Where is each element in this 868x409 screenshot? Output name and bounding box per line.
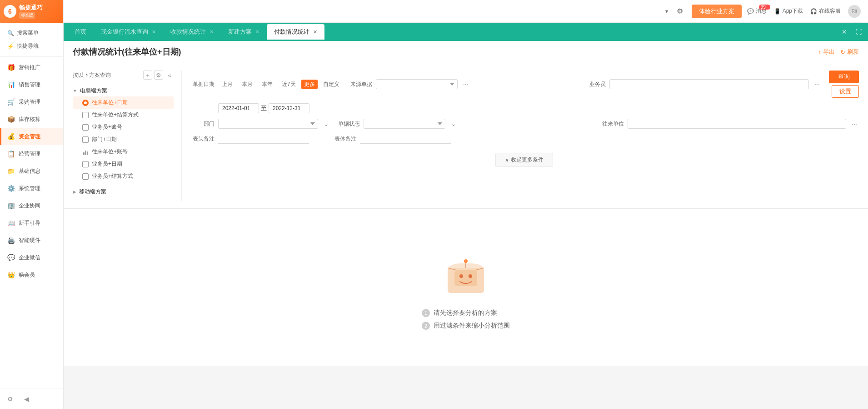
scheme-item-partner-settle[interactable]: 往来单位+结算方式	[73, 109, 174, 121]
service-icon: 🎧	[810, 8, 817, 15]
date-btn-custom[interactable]: 自定义	[319, 80, 343, 89]
sidebar-item-system[interactable]: ⚙️ 系统管理	[0, 180, 63, 197]
sidebar-item-hardware[interactable]: 🖨️ 智能硬件	[0, 232, 63, 249]
sidebar-item-operation[interactable]: 📋 经营管理	[0, 145, 63, 162]
sidebar-item-label: 企业微信	[19, 254, 40, 262]
footer-collapse-icon[interactable]: ◀	[20, 393, 33, 405]
filter-row-1: 单据日期 上月 本月 本年 近7天 更多 自定义 来源单据	[189, 71, 859, 98]
top-bar: ▾ ⚙ 体验行业方案 💬 消息 99+ 📱 App下载 🎧 在线客服 Rit	[64, 0, 868, 23]
tab-pay-stats[interactable]: 付款情况统计 ✕	[267, 24, 324, 40]
sidebar-item-guide[interactable]: 📖 新手引导	[0, 214, 63, 232]
messages-button[interactable]: 💬 消息 99+	[747, 7, 767, 15]
online-service-button[interactable]: 🎧 在线客服	[810, 7, 841, 15]
staff-input[interactable]	[609, 79, 809, 89]
tab-receive-close[interactable]: ✕	[210, 29, 214, 35]
tab-receive[interactable]: 收款情况统计 ✕	[163, 24, 221, 40]
partner-label: 往来单位	[602, 120, 624, 128]
tab-pay-stats-close[interactable]: ✕	[313, 29, 317, 35]
search-menu-item[interactable]: 🔍 搜索菜单	[4, 26, 60, 40]
operation-icon: 📋	[7, 150, 15, 158]
tab-new-scheme[interactable]: 新建方案 ✕	[221, 24, 267, 40]
app-download-button[interactable]: 📱 App下载	[774, 7, 803, 15]
logo-text: 畅捷通巧	[19, 4, 43, 11]
pc-scheme-group-header[interactable]: ▼ 电脑端方案	[73, 85, 174, 96]
scheme-item-label: 业务员+结算方式	[92, 172, 133, 180]
source-bill-dots[interactable]: ···	[461, 81, 470, 88]
collapse-more-button[interactable]: ∧ 收起更多条件	[495, 153, 553, 167]
sidebar-item-capital[interactable]: 💰 资金管理	[0, 128, 63, 145]
search-menu-label: 搜索菜单	[17, 29, 39, 37]
header-note-input[interactable]	[218, 134, 309, 144]
scheme-item-dept-date[interactable]: 部门+日期	[73, 133, 174, 146]
staff-dots[interactable]: ···	[813, 81, 822, 88]
bill-status-arrow[interactable]: ⌄	[449, 120, 458, 127]
scheme-settings-icon[interactable]: ⚙	[154, 71, 163, 80]
basic-icon: 📁	[7, 167, 15, 175]
partner-input[interactable]	[628, 119, 846, 129]
tab-pay-stats-label: 付款情况统计	[274, 28, 309, 36]
sidebar-item-member[interactable]: 👑 畅会员	[0, 266, 63, 283]
scheme-item-staff-date[interactable]: 业务员+日期	[73, 158, 174, 170]
source-bill-select[interactable]	[376, 79, 458, 89]
scheme-panel: 按以下方案查询 + ⚙ « ▼ 电脑端方案	[73, 71, 182, 201]
sidebar-item-enterprise[interactable]: 🏢 企业协同	[0, 197, 63, 214]
sidebar-item-label: 新手引导	[19, 219, 40, 227]
tab-fullscreen-icon[interactable]: ⛶	[853, 26, 864, 37]
date-btn-7days[interactable]: 近7天	[278, 80, 299, 89]
sidebar-item-basic[interactable]: 📁 基础信息	[0, 162, 63, 180]
page-header-actions: ↑ 导出 ↻ 刷新	[818, 48, 859, 56]
query-button[interactable]: 查询	[829, 71, 859, 83]
date-btn-this-month[interactable]: 本月	[238, 80, 256, 89]
bill-status-select[interactable]	[364, 119, 445, 129]
date-start-input[interactable]: 2022-01-01	[218, 103, 259, 113]
tab-close-all-icon[interactable]: ✕	[839, 26, 850, 37]
marketing-icon: 🎁	[7, 63, 15, 71]
top-bar-dropdown[interactable]: ▾	[665, 8, 668, 15]
sidebar-item-purchase[interactable]: 🛒 采购管理	[0, 93, 63, 111]
export-button[interactable]: ↑ 导出	[818, 48, 835, 56]
scheme-collapse-icon[interactable]: «	[165, 71, 174, 80]
scheme-active-icon	[82, 99, 89, 106]
tab-home[interactable]: 首页	[67, 24, 94, 40]
scheme-item-staff-settle[interactable]: 业务员+结算方式	[73, 170, 174, 182]
settings-button[interactable]: 设置	[832, 85, 859, 98]
tab-cashflow-close[interactable]: ✕	[152, 29, 156, 35]
tab-new-scheme-label: 新建方案	[228, 28, 252, 36]
dept-select[interactable]	[218, 119, 318, 129]
user-avatar[interactable]: Rit	[848, 5, 861, 18]
dept-select-arrow[interactable]: ⌄	[322, 120, 331, 127]
empty-tip-1: 1 请先选择要分析的方案	[422, 309, 510, 317]
sidebar-item-label: 智能硬件	[19, 237, 40, 244]
top-bar-settings-icon[interactable]: ⚙	[673, 5, 686, 18]
message-badge: 99+	[759, 5, 770, 10]
pc-scheme-group: ▼ 电脑端方案 往来单位+日期	[73, 85, 174, 182]
collapse-btn-row: ∧ 收起更多条件	[189, 149, 859, 171]
tab-cashflow[interactable]: 现金银行流水查询 ✕	[94, 24, 163, 40]
footer-settings-icon[interactable]: ⚙	[4, 393, 16, 405]
sidebar-item-sales[interactable]: 📊 销售管理	[0, 76, 63, 93]
mobile-scheme-group-header[interactable]: ▶ 移动端方案	[73, 186, 174, 197]
sidebar-item-inventory[interactable]: 📦 库存核算	[0, 111, 63, 128]
sidebar-item-marketing[interactable]: 🎁 营销推广	[0, 59, 63, 76]
tab-new-scheme-close[interactable]: ✕	[255, 29, 259, 35]
date-btn-last-month[interactable]: 上月	[218, 80, 236, 89]
date-filter-item: 单据日期 上月 本月 本年 近7天 更多 自定义	[189, 80, 343, 89]
scheme-add-icon[interactable]: +	[143, 71, 152, 80]
scheme-item-partner-account[interactable]: 往来单位+账号	[73, 146, 174, 158]
sidebar-item-wechat[interactable]: 💬 企业微信	[0, 249, 63, 266]
empty-tip-2: 2 用过滤条件来缩小分析范围	[422, 322, 510, 330]
quick-nav-item[interactable]: ⚡ 快捷导航	[4, 40, 60, 53]
refresh-button[interactable]: ↻ 刷新	[840, 48, 859, 56]
trial-button[interactable]: 体验行业方案	[692, 5, 742, 18]
body-note-input[interactable]	[360, 134, 451, 144]
scheme-item-staff-account[interactable]: 业务员+账号	[73, 121, 174, 133]
date-btn-more[interactable]: 更多	[301, 80, 318, 89]
date-end-input[interactable]: 2022-12-31	[269, 103, 309, 113]
filter-row-2: 部门 ⌄ 单据状态 ⌄	[189, 119, 859, 129]
collapse-chevron-icon: ∧	[505, 157, 509, 163]
partner-dots[interactable]: ···	[850, 120, 859, 127]
date-label: 单据日期	[189, 81, 215, 88]
date-range-group: 2022-01-01 至 2022-12-31	[218, 103, 309, 113]
date-btn-this-year[interactable]: 本年	[258, 80, 276, 89]
scheme-item-partner-date[interactable]: 往来单位+日期	[73, 96, 174, 109]
